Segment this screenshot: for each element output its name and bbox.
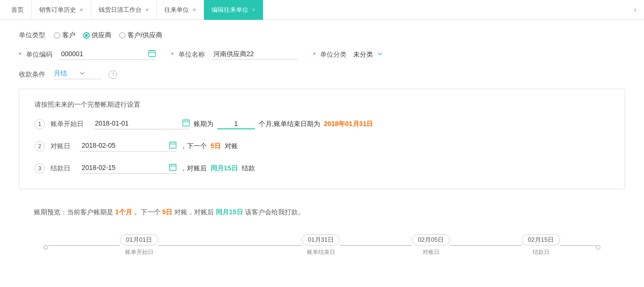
step-3-num: 3 [34,163,45,174]
radio-customer-circle [54,32,60,39]
timeline-node-1-label: 账单开始日 [125,248,153,256]
step-3-highlight: 同月15日 [211,164,238,173]
preview-payment-suffix: 该客户会给我打款。 [245,208,305,216]
payment-condition-label: 收款条件 [19,70,45,79]
preview-text: 账期预览：当前客户账期是 1个月， 下一个 5日 对账，对账后 同月15日 该客… [34,206,610,218]
step-1-date-input[interactable] [93,118,179,128]
step-3-content: ，对账后 同月15日 结款 [80,163,255,174]
unit-category-star: * [313,51,315,59]
unit-code-label: 单位编码 [26,51,52,59]
timeline-container: 01月01日 账单开始日 01月31日 账单结束日 02月05日 对账日 [34,229,610,261]
step-2-date-input[interactable] [80,141,166,150]
unit-name-input[interactable] [212,50,298,59]
tab-more-button[interactable]: › [630,6,640,14]
tab-counterparty[interactable]: 往来单位 × [157,0,204,20]
step-1-date-wrap [93,118,190,129]
step-3-cal-icon[interactable] [169,163,177,172]
step-3-date-wrap [80,163,177,174]
card-title: 请按照未来的一个完整帐期进行设置 [34,101,610,109]
payment-condition-select[interactable]: 月结 [54,69,101,79]
unit-code-star: * [19,51,21,59]
timeline-node-4-date: 02月15日 [522,234,560,245]
timeline-line-4 [450,245,522,246]
unit-type-radio-group: 客户 供应商 客户/供应商 [54,31,162,40]
step-3-prefix: ，对账后 [180,164,207,173]
main-content: 单位类型 客户 供应商 客户/供应商 * 单位编码 [0,20,644,287]
payment-condition-value: 月结 [54,69,76,78]
unit-code-input[interactable] [59,49,145,59]
step-2-prefix: ，下一个 [180,142,207,151]
chevron-down-icon [377,51,383,59]
tab-edit-counterparty[interactable]: 编辑往来单位 × [204,0,263,20]
unit-code-input-wrap [59,49,156,60]
tab-counterparty-label: 往来单位 [164,6,189,14]
timeline-line-2 [158,245,302,246]
step-3-date-input[interactable] [80,163,166,172]
timeline-end-dot [596,245,601,250]
radio-both-label: 客户/供应商 [127,31,162,40]
preview-reconcile-prefix: 下一个 [141,208,161,216]
timeline-node-4-label: 结款日 [533,248,550,256]
step-2-row: 2 对账日 ，下一个 5日 对账 [34,141,610,152]
step-3-label: 结款日 [51,164,70,173]
tab-cash-work-close[interactable]: × [145,7,149,13]
step-2-after: 对账 [225,142,238,151]
preview-reconcile-highlight: 5日 [162,208,172,216]
unit-type-row: 单位类型 客户 供应商 客户/供应商 [19,31,625,40]
step-2-date-wrap [80,141,177,152]
tabs-bar: 首页 销售订单历史 × 钱货日清工作台 × 往来单位 × 编辑往来单位 × › [0,0,644,20]
step-3-row: 3 结款日 ，对账后 同月15日 结款 [34,163,610,174]
step-1-label: 账单开始日 [51,120,84,128]
radio-supplier[interactable]: 供应商 [83,31,111,40]
step-1-cal-icon[interactable] [182,119,190,128]
step-3-num-label: 3 [38,165,42,172]
radio-customer[interactable]: 客户 [54,31,76,40]
tab-cash-work[interactable]: 钱货日清工作台 × [91,0,157,20]
unit-code-icon[interactable] [148,50,156,59]
step-1-mid-text: 账期为 [194,120,213,128]
step-2-num: 2 [34,141,45,152]
radio-supplier-circle [83,32,90,39]
tab-edit-counterparty-close[interactable]: × [252,7,255,13]
tab-home[interactable]: 首页 [4,0,32,20]
step-2-highlight: 5日 [211,142,221,151]
step-1-num-label: 1 [38,121,42,127]
step-3-after: 结款 [242,164,255,173]
step-1-content: 账期为 个月,账单结束日期为 2018年01月31日 [93,118,373,129]
tab-sales-history-close[interactable]: × [80,7,83,13]
timeline-node-3-label: 对账日 [423,248,440,256]
radio-supplier-label: 供应商 [92,31,111,40]
step-1-num: 1 [34,119,45,129]
unit-code-group: * 单位编码 [19,49,156,60]
unit-category-select[interactable]: 未分类 [353,51,424,59]
tab-sales-history-label: 销售订单历史 [39,6,76,14]
timeline-line-3 [340,245,412,246]
tab-sales-history[interactable]: 销售订单历史 × [32,0,91,20]
timeline-node-2-label: 账单结束日 [307,248,335,256]
unit-name-star: * [171,51,173,59]
timeline-node-4: 02月15日 结款日 [522,234,560,256]
step-1-period-input[interactable] [217,119,255,129]
unit-name-group: * 单位名称 [171,50,297,59]
tab-counterparty-close[interactable]: × [193,7,196,13]
timeline-node-2-date: 01月31日 [302,234,340,245]
unit-name-label: 单位名称 [178,51,205,59]
preview-label: 账期预览：当前客户账期是 [34,208,113,216]
preview-reconcile-suffix: 对账，对账后 [174,208,214,216]
timeline-node-2: 01月31日 账单结束日 [302,234,340,256]
preview-payment-highlight: 同月15日 [216,208,243,216]
step-2-cal-icon[interactable] [169,141,177,150]
payment-condition-row: 收款条件 月结 ? [19,69,625,79]
timeline-node-1: 01月01日 账单开始日 [120,234,158,256]
step-1-row: 1 账单开始日 账期为 个月,账单结 [34,118,610,129]
preview-period: 1个月， [115,208,139,216]
svg-rect-12 [169,164,176,170]
svg-rect-8 [169,142,176,148]
timeline-node-3: 02月05日 对账日 [412,234,450,256]
timeline-start-dot [43,245,48,250]
help-icon[interactable]: ? [109,70,117,79]
timeline-node-3-date: 02月05日 [412,234,450,245]
tab-home-label: 首页 [11,6,24,14]
step-1-end-date: 2018年01月31日 [324,120,373,128]
radio-both[interactable]: 客户/供应商 [119,31,162,40]
